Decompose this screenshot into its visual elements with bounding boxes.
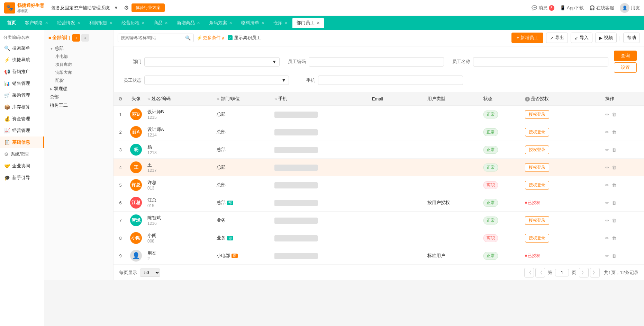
auth-login-button[interactable]: 授权登录 [525, 146, 549, 154]
sidebar-item-collab[interactable]: 🤝 企业协同 [0, 160, 44, 172]
online-service-button[interactable]: 🎧 在线客服 [589, 5, 614, 11]
sidebar-item-basic[interactable]: 📋 基础信息 [0, 136, 44, 148]
dept-node-sls[interactable]: ▶ 双鹿想 [47, 85, 110, 93]
dept-node-head[interactable]: ▼ 总部 [47, 44, 110, 53]
sidebar-item-system[interactable]: ⚙ 系统管理 [0, 148, 44, 160]
gear-icon[interactable]: ⚙ [124, 5, 129, 11]
sidebar-item-sales[interactable]: 📊 销售管理 [0, 78, 44, 89]
edit-icon[interactable]: ✏ [605, 147, 609, 152]
edit-icon[interactable]: ✏ [605, 130, 609, 135]
close-icon[interactable]: ✕ [165, 21, 168, 25]
col-dept-header[interactable]: ⇅ 部门/职位 [214, 92, 272, 106]
delete-icon[interactable]: 🗑 [612, 200, 616, 205]
delete-icon[interactable]: 🗑 [612, 253, 616, 258]
info-icon[interactable]: ℹ [525, 97, 530, 102]
experience-button[interactable]: 体验行业方案 [131, 3, 165, 12]
tab-profit[interactable]: 利润报告 ✕ [85, 18, 117, 28]
edit-icon[interactable]: ✏ [605, 236, 609, 241]
delete-icon[interactable]: 🗑 [612, 218, 616, 223]
tab-history[interactable]: 经营历程 ✕ [117, 18, 149, 28]
prev-page-button[interactable]: 〈 [535, 268, 545, 277]
system-dropdown-icon[interactable]: ▼ [114, 5, 118, 10]
delete-icon[interactable]: 🗑 [612, 236, 616, 241]
edit-icon[interactable]: ✏ [605, 253, 609, 258]
dept-node-zb[interactable]: 总部 [47, 93, 110, 101]
more-filter-button[interactable]: ⚡ 更多条件 ∧ [197, 35, 225, 41]
auth-login-button[interactable]: 授权登录 [525, 181, 549, 190]
close-icon[interactable]: ✕ [284, 21, 288, 25]
sidebar-search-area[interactable]: 🔍 [0, 33, 44, 42]
dept-collapse-icon[interactable]: « [81, 34, 89, 42]
edit-icon[interactable]: ✏ [605, 112, 609, 117]
all-dept-label[interactable]: ■ 全部部门 [48, 35, 70, 41]
page-number-input[interactable] [555, 269, 569, 276]
first-page-button[interactable]: 《 [524, 268, 534, 277]
tab-employees[interactable]: 部门员工 ✕ [292, 18, 324, 28]
close-icon[interactable]: ✕ [45, 21, 48, 25]
next-page-button[interactable]: 〉 [579, 268, 589, 277]
close-icon[interactable]: ✕ [229, 21, 232, 25]
video-button[interactable]: ▶ 视频 [595, 33, 617, 43]
sidebar-item-finance[interactable]: 💰 资金管理 [0, 113, 44, 125]
col-name-header[interactable]: ⇅ 姓名/编码 [145, 92, 214, 106]
edit-icon[interactable]: ✏ [605, 218, 609, 223]
dept-add-icon[interactable]: + [72, 34, 80, 42]
phone-input[interactable] [318, 76, 463, 85]
tab-home[interactable]: 首页 [3, 18, 20, 28]
auth-login-button[interactable]: 授权登录 [525, 128, 549, 136]
tab-new-goods[interactable]: 新增商品 ✕ [173, 18, 204, 28]
search-button[interactable]: 查询 [614, 51, 637, 61]
export-button[interactable]: ↗ 导出 [546, 33, 568, 43]
auth-login-button[interactable]: 授权登录 [525, 163, 549, 172]
tab-goods[interactable]: 商品 ✕ [149, 18, 172, 28]
tab-materials[interactable]: 物料清单 ✕ [237, 18, 269, 28]
emp-name-input[interactable] [473, 57, 608, 67]
delete-icon[interactable]: 🗑 [612, 112, 616, 117]
delete-icon[interactable]: 🗑 [612, 183, 616, 188]
app-download-button[interactable]: 📱 App下载 [560, 5, 584, 11]
add-employee-button[interactable]: + 新增员工 [511, 33, 543, 43]
dept-child-sydl[interactable]: 沈阳大库 [47, 69, 110, 77]
dept-child-xmkf[interactable]: 项目库房 [47, 61, 110, 69]
auth-login-button[interactable]: 授权登录 [525, 110, 549, 119]
show-resigned-checkbox[interactable]: ✓ 显示离职员工 [228, 35, 261, 41]
close-icon[interactable]: ✕ [197, 21, 200, 25]
tab-barcode[interactable]: 条码方案 ✕ [205, 18, 236, 28]
user-area[interactable]: 👤 用友 [620, 3, 640, 13]
delete-icon[interactable]: 🗑 [612, 147, 616, 152]
close-icon[interactable]: ✕ [317, 21, 320, 25]
emp-status-select[interactable]: ▼ [144, 76, 289, 85]
sidebar-item-marketing[interactable]: 📢 营销推广 [0, 66, 44, 78]
col-settings[interactable]: ⚙ [114, 92, 127, 106]
last-page-button[interactable]: 》 [590, 268, 600, 277]
sidebar-item-search[interactable]: 🔍 搜索菜单 [0, 42, 44, 54]
set-button[interactable]: 设置 [614, 62, 637, 73]
dept-child-ph[interactable]: 配货 [47, 77, 110, 85]
auth-login-button[interactable]: 授权登录 [525, 234, 549, 243]
import-button[interactable]: ↙ 导入 [571, 33, 592, 43]
sidebar-item-guide[interactable]: 🎓 新手引导 [0, 172, 44, 184]
close-icon[interactable]: ✕ [109, 21, 112, 25]
sidebar-item-inventory[interactable]: 📦 库存核算 [0, 101, 44, 113]
delete-icon[interactable]: 🗑 [612, 130, 616, 135]
edit-icon[interactable]: ✏ [605, 165, 609, 170]
dept-select[interactable]: ▼ [144, 57, 280, 67]
sidebar-item-purchase[interactable]: 🛒 采购管理 [0, 89, 44, 101]
sidebar-item-management[interactable]: 📈 经营管理 [0, 125, 44, 136]
close-icon[interactable]: ✕ [142, 21, 145, 25]
edit-icon[interactable]: ✏ [605, 200, 609, 205]
tab-customer[interactable]: 客户联络 ✕ [21, 18, 52, 28]
page-size-select[interactable]: 50 100 200 [140, 268, 160, 277]
search-input[interactable] [121, 35, 183, 40]
tab-operation[interactable]: 经营情况 ✕ [53, 18, 84, 28]
tab-warehouse[interactable]: 仓库 ✕ [269, 18, 292, 28]
message-button[interactable]: 💬 消息 5 [532, 5, 554, 11]
emp-code-input[interactable] [309, 57, 444, 67]
close-icon[interactable]: ✕ [261, 21, 264, 25]
sidebar-item-quicknav[interactable]: ⚡ 快捷导航 [0, 54, 44, 66]
col-phone-header[interactable]: ⇅ 手机 [272, 92, 369, 106]
search-box[interactable]: 🔍 [118, 34, 194, 42]
dept-node-zswe[interactable]: 植树王二 [47, 101, 110, 109]
close-icon[interactable]: ✕ [77, 21, 80, 25]
dept-child-xdp[interactable]: 小电部 [47, 53, 110, 61]
